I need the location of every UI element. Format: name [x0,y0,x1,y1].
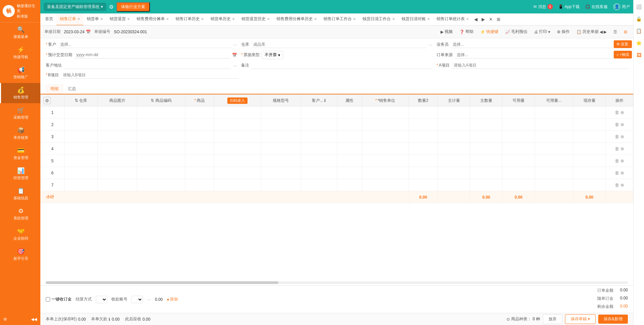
row-product-3[interactable] [185,143,214,155]
row-sku-4[interactable] [137,155,185,167]
tab-close-btn[interactable]: ✕ [487,15,495,23]
sidebar-item-新手引导[interactable]: 🎯 新手引导 [0,244,40,265]
one-click-check[interactable]: 一键收订金 [46,296,72,302]
row-stock-4[interactable] [573,155,605,167]
row-unit-6[interactable] [362,179,409,191]
sidebar-item-基础信息[interactable]: 📋 基础信息 [0,184,40,204]
row-product-4[interactable] [185,155,214,167]
row-available-6[interactable] [502,179,535,191]
row-product-1[interactable] [185,119,214,131]
row-delete-3[interactable]: 🗑 [615,146,619,151]
tab-2[interactable]: 销货单✕ [83,13,106,26]
delivery-input[interactable] [74,51,230,58]
right-panel-icon-1[interactable]: ⬜ [635,3,643,11]
staff-input[interactable] [451,41,622,48]
save-new-button[interactable]: 保存&新增 [598,315,628,324]
row-spec-6[interactable] [261,179,301,191]
row-copy-1[interactable]: ⊕ [620,122,624,127]
save-draft-button[interactable]: 保存草稿 ▾ [565,314,596,324]
row-available-4[interactable] [502,155,535,167]
horizontal-scrollbar[interactable] [46,281,628,284]
address-input[interactable] [64,62,231,69]
settings-float-btn[interactable]: ⚙ 设置 [614,40,632,48]
row-main-unit-2[interactable] [438,131,470,143]
sidebar-item-营销推广[interactable]: 📢 营销推广 [0,63,40,83]
help-btn[interactable]: ❓ 帮助 [457,28,476,35]
row-warehouse-6[interactable] [64,179,98,191]
sidebar-item-搜索菜单[interactable]: 🔍 搜索菜单 [0,23,40,43]
row-available-0[interactable] [502,107,535,119]
profit-btn[interactable]: 📈 毛利预估 [503,28,529,35]
solution-button[interactable]: 体验行业方案 [116,2,150,12]
row-main-unit-3[interactable] [438,143,470,155]
view-btn[interactable]: ▶ 视频 [439,28,455,35]
tab-close-1[interactable]: ✕ [77,17,80,21]
tab-close-11[interactable]: ✕ [427,17,430,21]
warehouse-input[interactable] [251,41,426,48]
row-customer-0[interactable] [301,107,337,119]
row-stock-2[interactable] [573,131,605,143]
row-available-2[interactable] [502,131,535,143]
sidebar-item-资金管理[interactable]: 💳 资金管理 [0,144,40,164]
tab-8[interactable]: 销售费用分摊单历史✕ [273,13,320,26]
row-warehouse-0[interactable] [64,107,98,119]
user-btn[interactable]: 👤 用户 [613,3,630,10]
view-toggle-grid[interactable]: ⊞ [622,29,629,35]
row-qty2-3[interactable] [409,143,438,155]
row-unit-0[interactable] [362,107,409,119]
row-main-qty-3[interactable] [470,143,502,155]
row-warehouse-1[interactable] [64,119,98,131]
project-a-input[interactable] [452,62,628,69]
tab-close-6[interactable]: ✕ [232,17,235,21]
row-qty2-5[interactable] [409,167,438,179]
row-main-qty-1[interactable] [470,119,502,131]
row-qty2-0[interactable] [409,107,438,119]
row-available2-6[interactable] [535,179,573,191]
row-stock-3[interactable] [573,143,605,155]
sidebar-item-经营管理[interactable]: 📊 经营管理 [0,164,40,184]
row-copy-6[interactable]: ⊕ [620,182,624,188]
col-product[interactable]: *商品 [185,95,214,107]
row-available-5[interactable] [502,167,535,179]
tab-close-2[interactable]: ✕ [100,17,103,21]
row-stock-0[interactable] [573,107,605,119]
row-qty2-4[interactable] [409,155,438,167]
sidebar-settings-icon[interactable]: ⚙ [3,317,7,322]
tab-close-12[interactable]: ✕ [466,17,469,21]
row-attribute-0[interactable] [337,107,362,119]
row-qty2-6[interactable] [409,179,438,191]
view-toggle-list[interactable]: ☰ [611,29,619,35]
row-delete-5[interactable]: 🗑 [615,170,619,175]
tab-close-3[interactable]: ✕ [127,17,130,21]
row-customer-1[interactable] [301,119,337,131]
row-main-unit-1[interactable] [438,119,470,131]
row-delete-2[interactable]: 🗑 [615,134,619,139]
delivery-calendar-icon[interactable]: 📅 [232,53,237,57]
tab-next-btn[interactable]: ▶ [480,15,487,23]
history-btn[interactable]: 📋 历史单据 ◀ ▶ [574,28,609,35]
row-product-0[interactable] [185,107,214,119]
operation-btn[interactable]: ⚙ 操作 [555,28,572,35]
invoice-select[interactable]: 不开票 ▾ [262,51,283,59]
row-warehouse-2[interactable] [64,131,98,143]
tab-5[interactable]: 销售订单历史✕ [172,13,207,26]
tab-3[interactable]: 销货退货✕ [106,13,133,26]
row-copy-5[interactable]: ⊕ [620,170,624,175]
row-qty2-1[interactable] [409,119,438,131]
row-sku-6[interactable] [137,179,185,191]
row-main-qty-2[interactable] [470,131,502,143]
row-delete-0[interactable]: 🗑 [615,110,619,115]
row-available-3[interactable] [502,143,535,155]
sidebar-item-系统管理[interactable]: ⚙ 系统管理 [0,204,40,224]
settings-icon[interactable]: ⚙ [109,4,114,10]
row-product-6[interactable] [185,179,214,191]
tab-11[interactable]: 钱货日清对账✕ [398,13,433,26]
row-sku-0[interactable] [137,107,185,119]
project-b-input[interactable] [61,72,238,79]
tab-9[interactable]: 销售订单工作台✕ [320,13,359,26]
row-available2-4[interactable] [535,155,573,167]
row-main-qty-4[interactable] [470,155,502,167]
row-unit-5[interactable] [362,167,409,179]
row-spec-2[interactable] [261,131,301,143]
module-selector[interactable]: 装备及固定资产辅助管理系统 ▾ [44,3,106,11]
